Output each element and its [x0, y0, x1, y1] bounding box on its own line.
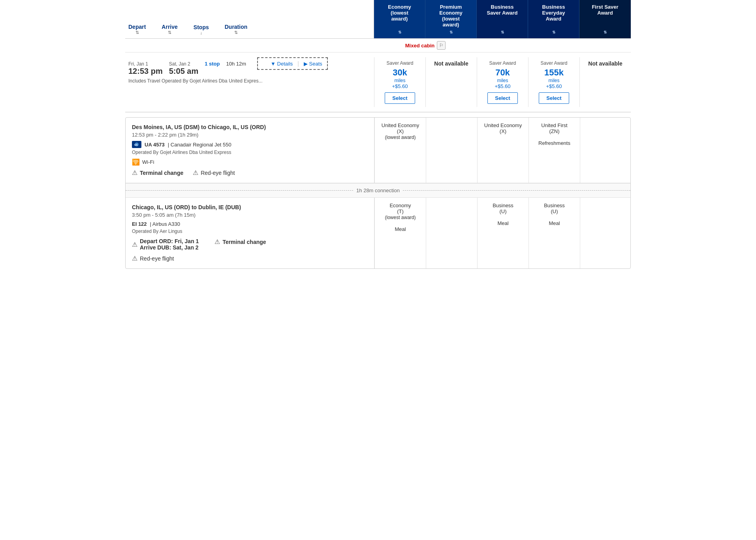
segment-2-info: Chicago, IL, US (ORD) to Dublin, IE (DUB… — [126, 198, 374, 268]
seg1-premium-economy-cabin — [426, 118, 477, 183]
operated-by: Includes Travel Operated By Gojet Airlin… — [128, 78, 371, 84]
warnings-row-1: ⚠ Terminal change ⚠ Red-eye flight — [132, 169, 368, 176]
economy-select-button[interactable]: Select — [385, 92, 415, 104]
duration-sort[interactable]: Duration ⇅ — [225, 24, 248, 35]
seg1-economy-cabin: United Economy(X)(lowest award) — [374, 118, 426, 183]
seg1-first-saver-cabin — [580, 118, 631, 183]
depart-date: Fri, Jan 1 — [128, 61, 163, 67]
seg2-economy-cabin: Economy(T)(lowest award)Meal — [374, 198, 426, 268]
flight-info-left: Fri, Jan 1 12:53 pm Sat, Jan 2 5:05 am 1… — [125, 57, 374, 107]
warnings-row-2: ⚠ Depart ORD: Fri, Jan 1 Arrive DUB: Sat… — [132, 238, 368, 262]
flight-number-1: UA 4573 — [145, 142, 165, 148]
ua-airline-badge: UA — [132, 141, 141, 148]
flight-details-section: Des Moines, IA, US (DSM) to Chicago, IL,… — [125, 117, 631, 269]
depart-sort[interactable]: Depart ⇅ — [128, 24, 146, 35]
depart-time: 12:53 pm — [128, 67, 163, 76]
mixed-cabin-row: Mixed cabin ⚐ — [125, 39, 631, 52]
aircraft-2: | Airbus A330 — [150, 221, 180, 227]
seats-link[interactable]: ▶ Seats — [304, 61, 322, 67]
arrive-date: Sat, Jan 2 — [169, 61, 199, 67]
red-eye-warning-2: ⚠ Red-eye flight — [132, 255, 368, 262]
first-saver-award-col: Not available — [579, 57, 631, 107]
terminal-change-warning-1: ⚠ Terminal change — [132, 169, 183, 176]
business-saver-header: BusinessSaver Award ⇅ — [477, 0, 528, 38]
mixed-cabin-info-icon[interactable]: ⚐ — [437, 41, 446, 50]
premium-economy-award-col: Not available — [425, 57, 477, 107]
segment-1-info: Des Moines, IA, US (DSM) to Chicago, IL,… — [126, 118, 374, 183]
aircraft-1: | Canadair Regional Jet 550 — [168, 142, 231, 148]
operated-1: Operated By Gojet Airlines Dba United Ex… — [132, 150, 368, 155]
arrive-time: 5:05 am — [169, 67, 199, 76]
seg2-first-saver-cabin — [580, 198, 631, 268]
svg-text:UA: UA — [134, 144, 138, 146]
flight-number-2: EI 122 — [132, 221, 147, 227]
flight-summary-row: Fri, Jan 1 12:53 pm Sat, Jan 2 5:05 am 1… — [125, 52, 631, 112]
flight-duration: 10h 12m — [226, 61, 246, 67]
business-saver-select-button[interactable]: Select — [487, 92, 517, 104]
terminal-change-warning-2: ⚠ Terminal change — [214, 238, 266, 246]
business-everyday-header: BusinessEverydayAward ⇅ — [528, 0, 579, 38]
operated-2: Operated By Aer Lingus — [132, 229, 368, 234]
segment-2-row: Chicago, IL, US (ORD) to Dublin, IE (DUB… — [126, 198, 630, 268]
details-link[interactable]: ▼ Details — [271, 61, 293, 67]
seg1-business-everyday-cabin: United First(ZN)Refreshments — [528, 118, 580, 183]
wifi-row-1: 🛜 Wi-Fi — [132, 158, 368, 166]
economy-award-col: Saver Award 30k miles +$5.60 Select — [374, 57, 425, 107]
economy-lowest-header: Economy(lowestaward) ⇅ — [374, 0, 425, 38]
seg1-business-saver-cabin: United Economy(X) — [477, 118, 528, 183]
arrive-sort[interactable]: Arrive ⇅ — [162, 24, 177, 35]
business-everyday-award-col: Saver Award 155k miles +$5.60 Select — [528, 57, 579, 107]
seg2-premium-economy-cabin — [426, 198, 477, 268]
business-everyday-select-button[interactable]: Select — [539, 92, 569, 104]
connection-row: 1h 28m connection — [126, 183, 630, 198]
premium-economy-lowest-header: Premium Economy(lowestaward) ⇅ — [425, 0, 477, 38]
mixed-cabin-cell: Mixed cabin ⚐ — [374, 41, 477, 50]
stops-sort[interactable]: Stops ↓ — [194, 24, 209, 35]
depart-arrive-warning: ⚠ Depart ORD: Fri, Jan 1 Arrive DUB: Sat… — [132, 238, 199, 251]
red-eye-warning-1: ⚠ Red-eye flight — [193, 169, 235, 176]
stop-count: 1 stop — [205, 61, 220, 67]
segment-1-row: Des Moines, IA, US (DSM) to Chicago, IL,… — [126, 118, 630, 183]
business-saver-award-col: Saver Award 70k miles +$5.60 Select — [477, 57, 528, 107]
first-saver-header: First SaverAward ⇅ — [579, 0, 631, 38]
seg2-business-saver-cabin: Business(U)Meal — [477, 198, 528, 268]
seg2-business-everyday-cabin: Business(U)Meal — [528, 198, 580, 268]
